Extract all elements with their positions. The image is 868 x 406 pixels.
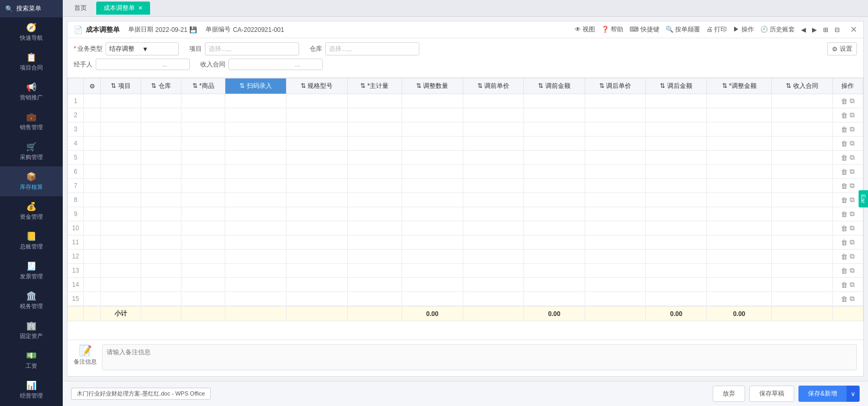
cell-scan-1[interactable] [225,94,287,108]
cell-pre_price-6[interactable] [463,165,524,179]
notes-icon-box[interactable]: 📝 备注信息 [74,344,97,366]
cell-post_price-11[interactable] [585,235,646,250]
cell-post_price-12[interactable] [585,250,646,264]
copy-icon-11[interactable]: ⧉ [850,238,854,246]
cell-project-14[interactable] [101,278,141,292]
cell-post_price-6[interactable] [585,165,646,179]
cell-project-8[interactable] [101,193,141,207]
cell-pre_amount-1[interactable] [524,94,585,108]
cell-settings-7[interactable] [84,179,101,193]
cell-warehouse-5[interactable] [141,151,181,165]
cell-pre_price-9[interactable] [463,207,524,221]
cell-post_amount-10[interactable] [646,221,707,235]
copy-icon-15[interactable]: ⧉ [850,295,854,303]
cell-pre_price-8[interactable] [463,193,524,207]
cell-pre_price-7[interactable] [463,179,524,193]
cell-goods-7[interactable] [181,179,225,193]
cell-scan-2[interactable] [225,108,287,122]
cell-pre_amount-11[interactable] [524,235,585,250]
cell-project-6[interactable] [101,165,141,179]
notes-input[interactable] [102,344,857,370]
action-operate[interactable]: ▶ 操作 [733,25,753,34]
cell-warehouse-9[interactable] [141,207,181,221]
sidebar-item-quick-nav[interactable]: 🧭 快速导航 [0,17,63,47]
sidebar-item-invoice-mgmt[interactable]: 🧾 发票管理 [0,256,63,286]
warehouse-dots[interactable]: ... [347,46,352,53]
cell-post_amount-5[interactable] [646,151,707,165]
cell-post_amount-6[interactable] [646,165,707,179]
right-edge-btn[interactable]: Ear [859,190,868,207]
delete-icon-12[interactable]: 🗑 [841,253,848,261]
cell-goods-5[interactable] [181,151,225,165]
copy-icon-9[interactable]: ⧉ [850,210,854,218]
cell-post_price-10[interactable] [585,221,646,235]
col-settings[interactable]: ⚙ [84,78,101,94]
cell-project-4[interactable] [101,137,141,151]
cell-unit-9[interactable] [347,207,402,221]
cell-post_amount-8[interactable] [646,193,707,207]
cell-warehouse-7[interactable] [141,179,181,193]
sidebar-item-ops-mgmt[interactable]: 📊 经营管理 [0,375,63,405]
cell-adj_amount-5[interactable] [706,151,771,165]
cell-spec-11[interactable] [286,235,347,250]
cell-spec-12[interactable] [286,250,347,264]
cell-adj_amount-11[interactable] [706,235,771,250]
sidebar-item-sales-mgmt[interactable]: 💼 销售管理 [0,107,63,137]
delete-icon-14[interactable]: 🗑 [841,281,848,289]
cell-adj_qty-7[interactable] [402,179,463,193]
cell-income_contract-10[interactable] [772,221,833,235]
cell-warehouse-2[interactable] [141,108,181,122]
cell-adj_qty-8[interactable] [402,193,463,207]
cell-scan-5[interactable] [225,151,287,165]
cell-adj_qty-2[interactable] [402,108,463,122]
cell-spec-4[interactable] [286,137,347,151]
delete-icon-11[interactable]: 🗑 [841,239,848,246]
cell-goods-13[interactable] [181,264,225,278]
income-contract-text-input[interactable] [232,61,295,68]
sidebar-search[interactable]: 🔍 搜索菜单 [0,0,63,17]
cell-scan-11[interactable] [225,235,287,250]
delete-icon-3[interactable]: 🗑 [841,126,848,133]
sidebar-item-purchase-mgmt[interactable]: 🛒 采购管理 [0,137,63,166]
cell-post_amount-14[interactable] [646,278,707,292]
cell-spec-14[interactable] [286,278,347,292]
cell-pre_price-15[interactable] [463,292,524,307]
cell-adj_amount-3[interactable] [706,122,771,137]
cell-post_price-15[interactable] [585,292,646,307]
cell-pre_amount-15[interactable] [524,292,585,307]
save-new-caret-button[interactable]: ∨ [847,386,860,402]
biz-type-select[interactable]: 结存调整 ▼ [106,42,179,55]
cell-settings-8[interactable] [84,193,101,207]
cell-adj_amount-13[interactable] [706,264,771,278]
cell-warehouse-14[interactable] [141,278,181,292]
cell-spec-1[interactable] [286,94,347,108]
taskbar-wps-item[interactable]: 木门行业好业财处理方案-墨红红.doc - WPS Office [71,388,211,400]
action-view[interactable]: 👁 视图 [575,25,595,34]
cell-project-15[interactable] [101,292,141,307]
cell-post_price-9[interactable] [585,207,646,221]
cell-pre_amount-8[interactable] [524,193,585,207]
handler-text-input[interactable] [99,61,162,68]
cell-scan-7[interactable] [225,179,287,193]
cell-settings-5[interactable] [84,151,101,165]
cell-goods-1[interactable] [181,94,225,108]
delete-icon-15[interactable]: 🗑 [841,295,848,303]
cell-goods-6[interactable] [181,165,225,179]
delete-icon-4[interactable]: 🗑 [841,140,848,148]
cell-income_contract-1[interactable] [772,94,833,108]
cell-scan-4[interactable] [225,137,287,151]
cell-goods-14[interactable] [181,278,225,292]
copy-icon-2[interactable]: ⧉ [850,111,854,119]
cell-unit-15[interactable] [347,292,402,307]
cell-pre_amount-12[interactable] [524,250,585,264]
cell-warehouse-1[interactable] [141,94,181,108]
cell-unit-6[interactable] [347,165,402,179]
cell-income_contract-15[interactable] [772,292,833,307]
cell-post_price-3[interactable] [585,122,646,137]
cell-post_price-5[interactable] [585,151,646,165]
nav-next[interactable]: ▶ [812,26,817,33]
sidebar-item-inventory[interactable]: 📦 库存核算 [0,166,63,196]
cell-project-7[interactable] [101,179,141,193]
cell-project-13[interactable] [101,264,141,278]
cell-income_contract-3[interactable] [772,122,833,137]
